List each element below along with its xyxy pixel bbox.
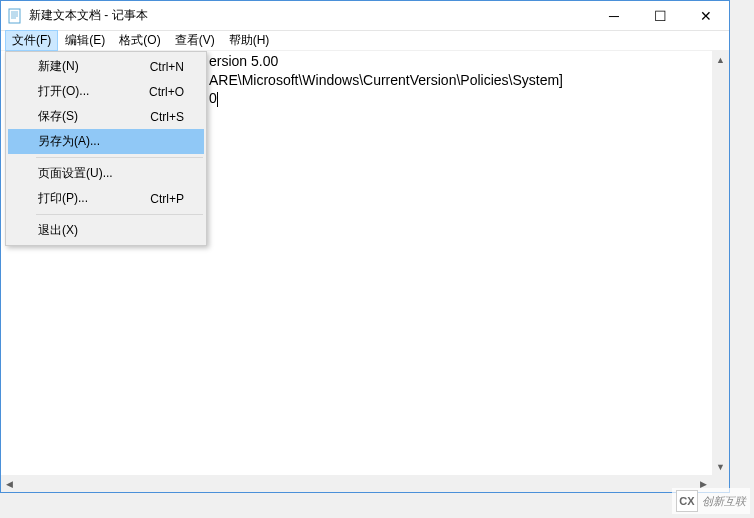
content-area: ersion 5.00 ARE\Microsoft\Windows\Curren… (1, 51, 729, 492)
menubar: 文件(F) 编辑(E) 格式(O) 查看(V) 帮助(H) (1, 31, 729, 51)
menu-edit[interactable]: 编辑(E) (58, 30, 112, 51)
menu-entry-label: 退出(X) (38, 222, 78, 239)
menu-exit[interactable]: 退出(X) (8, 218, 204, 243)
scroll-up-icon[interactable]: ▲ (712, 51, 729, 68)
menu-print[interactable]: 打印(P)... Ctrl+P (8, 186, 204, 211)
text-cursor (217, 92, 218, 107)
scroll-down-icon[interactable]: ▼ (712, 458, 729, 475)
menu-entry-label: 另存为(A)... (38, 133, 100, 150)
menu-entry-label: 保存(S) (38, 108, 78, 125)
menu-new[interactable]: 新建(N) Ctrl+N (8, 54, 204, 79)
menu-entry-shortcut: Ctrl+N (150, 60, 184, 74)
menu-help[interactable]: 帮助(H) (222, 30, 277, 51)
menu-entry-label: 页面设置(U)... (38, 165, 113, 182)
menu-save-as[interactable]: 另存为(A)... (8, 129, 204, 154)
titlebar[interactable]: 新建文本文档 - 记事本 ─ ☐ ✕ (1, 1, 729, 31)
menu-entry-shortcut: Ctrl+P (150, 192, 184, 206)
maximize-button[interactable]: ☐ (637, 1, 683, 30)
watermark: CX 创新互联 (672, 488, 750, 514)
menu-save[interactable]: 保存(S) Ctrl+S (8, 104, 204, 129)
menu-page-setup[interactable]: 页面设置(U)... (8, 161, 204, 186)
menu-entry-label: 新建(N) (38, 58, 79, 75)
menu-entry-shortcut: Ctrl+O (149, 85, 184, 99)
notepad-window: 新建文本文档 - 记事本 ─ ☐ ✕ 文件(F) 编辑(E) 格式(O) 查看(… (0, 0, 730, 493)
menu-entry-shortcut: Ctrl+S (150, 110, 184, 124)
watermark-text: 创新互联 (702, 494, 746, 509)
window-controls: ─ ☐ ✕ (591, 1, 729, 30)
window-title: 新建文本文档 - 记事本 (29, 7, 148, 24)
menu-entry-label: 打印(P)... (38, 190, 88, 207)
menu-separator (36, 214, 203, 215)
menu-format[interactable]: 格式(O) (112, 30, 167, 51)
menu-view[interactable]: 查看(V) (168, 30, 222, 51)
minimize-button[interactable]: ─ (591, 1, 637, 30)
menu-entry-label: 打开(O)... (38, 83, 89, 100)
scroll-left-icon[interactable]: ◀ (1, 475, 18, 492)
file-dropdown-menu: 新建(N) Ctrl+N 打开(O)... Ctrl+O 保存(S) Ctrl+… (5, 51, 207, 246)
notepad-icon (7, 8, 23, 24)
menu-open[interactable]: 打开(O)... Ctrl+O (8, 79, 204, 104)
menu-separator (36, 157, 203, 158)
close-button[interactable]: ✕ (683, 1, 729, 30)
titlebar-left: 新建文本文档 - 记事本 (7, 7, 148, 24)
watermark-logo: CX (676, 490, 698, 512)
menu-file[interactable]: 文件(F) (5, 30, 58, 51)
vertical-scrollbar[interactable]: ▲ ▼ (712, 51, 729, 475)
horizontal-scrollbar[interactable]: ◀ ▶ (1, 475, 712, 492)
